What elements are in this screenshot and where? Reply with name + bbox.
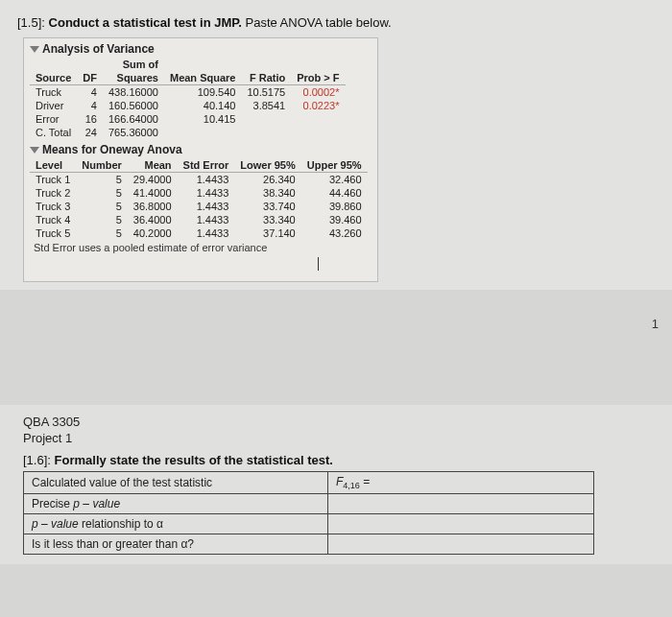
row-test-statistic: Calculated value of the test statistic bbox=[24, 472, 328, 494]
table-row: Truck 1529.40001.443326.34032.460 bbox=[30, 173, 368, 187]
row-p-value-value bbox=[328, 494, 594, 514]
row-less-greater-value bbox=[328, 534, 594, 555]
row-test-statistic-value: F4,16 = bbox=[328, 472, 594, 494]
question-1-6: [1.6]: Formally state the results of the… bbox=[23, 453, 655, 467]
project-label: Project 1 bbox=[23, 431, 655, 445]
table-row: Driver4160.5600040.1403.85410.0223* bbox=[30, 99, 346, 112]
anova-title: Analysis of Variance bbox=[30, 42, 368, 56]
anova-table: Source DF Sum of Mean Square F Ratio Pro… bbox=[30, 58, 346, 139]
row-p-value: Precise p – value bbox=[24, 494, 328, 514]
table-row: Error16166.6400010.415 bbox=[30, 112, 346, 126]
table-row: Truck 3536.80001.443333.74039.860 bbox=[30, 200, 368, 213]
triangle-icon bbox=[30, 147, 39, 154]
answer-table: Calculated value of the test statistic F… bbox=[23, 471, 594, 555]
table-row: C. Total24765.36000 bbox=[30, 126, 346, 139]
table-row: Truck 5540.20001.443337.14043.260 bbox=[30, 226, 368, 240]
means-footnote: Std Error uses a pooled estimate of erro… bbox=[30, 242, 368, 253]
question-1-5: [1.5]: Conduct a statistical test in JMP… bbox=[17, 15, 655, 30]
row-less-greater: Is it less than or greater than α? bbox=[24, 534, 328, 555]
table-row: Truck4438.16000109.54010.51750.0002* bbox=[30, 85, 346, 100]
table-row: Truck 2541.40001.443338.34044.460 bbox=[30, 186, 368, 200]
page-number: 1 bbox=[652, 317, 659, 331]
table-row: Truck 4536.40001.443333.34039.460 bbox=[30, 213, 368, 226]
jmp-output: Analysis of Variance Source DF Sum of Me… bbox=[23, 37, 378, 282]
course-code: QBA 3305 bbox=[23, 415, 655, 429]
row-p-alpha: p – value relationship to α bbox=[24, 514, 328, 534]
row-p-alpha-value bbox=[328, 514, 594, 534]
triangle-icon bbox=[30, 46, 39, 53]
means-title: Means for Oneway Anova bbox=[30, 143, 368, 156]
text-cursor bbox=[318, 257, 319, 271]
means-table: Level Number Mean Std Error Lower 95% Up… bbox=[30, 158, 368, 240]
